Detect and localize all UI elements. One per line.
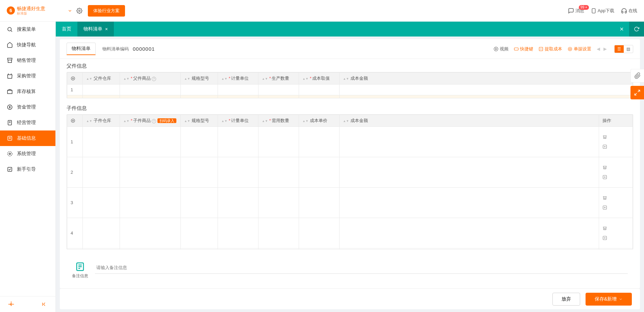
video-link[interactable]: 视频	[494, 46, 509, 52]
top-header: 6 畅捷通好生意 标准版 体验行业方案 消息 99 + App下载	[0, 0, 644, 22]
next-doc-icon[interactable]: ▶	[603, 46, 607, 51]
tab-bom[interactable]: 物料清单 ×	[77, 22, 114, 37]
sidebar-item-label: 快捷导航	[17, 42, 36, 48]
company-selector[interactable]	[68, 8, 72, 13]
prev-doc-icon[interactable]: ◀	[597, 46, 600, 51]
settings-icon[interactable]	[76, 8, 82, 14]
app-download-label: App下载	[598, 8, 614, 14]
sidebar-item-7[interactable]: 基础信息	[0, 130, 55, 146]
sidebar-settings-icon[interactable]	[8, 301, 14, 307]
save-and-new-button[interactable]: 保存&新增	[586, 293, 632, 306]
svg-marker-23	[496, 48, 497, 50]
child-col-spec[interactable]: ▲▼规格型号	[181, 115, 218, 127]
attachment-tab[interactable]	[630, 69, 644, 82]
delete-row-icon[interactable]	[602, 226, 629, 231]
parent-col-qty[interactable]: ▲▼*生产数量	[258, 73, 299, 85]
child-col-unit[interactable]: ▲▼*计量单位	[218, 115, 258, 127]
child-gear-header[interactable]	[67, 115, 83, 127]
sidebar-collapse-icon[interactable]	[41, 301, 47, 307]
doc-code-label: 物料清单编码	[102, 46, 129, 52]
svg-point-0	[79, 10, 80, 11]
child-row[interactable]: 2	[67, 157, 633, 188]
sidebar-item-label: 经营管理	[17, 120, 36, 126]
parent-col-spec[interactable]: ▲▼规格型号	[181, 73, 218, 85]
sidebar-item-4[interactable]: 库存核算	[0, 84, 55, 99]
chevron-down-icon	[619, 297, 623, 301]
tab-strip: 首页 物料清单 ×	[56, 22, 644, 37]
child-col-warehouse[interactable]: ▲▼子件仓库	[83, 115, 120, 127]
sidebar-item-6[interactable]: 经营管理	[0, 115, 55, 130]
child-col-ops: 操作	[599, 115, 633, 127]
add-row-icon[interactable]	[602, 236, 629, 240]
help-icon[interactable]: ?	[152, 119, 156, 123]
child-row[interactable]: 4	[67, 218, 633, 248]
row-number: 5	[67, 248, 83, 249]
document-tab[interactable]: 物料清单	[67, 43, 96, 55]
memo-input[interactable]	[95, 262, 628, 274]
scan-badge[interactable]: 扫码录入	[157, 118, 176, 123]
svg-point-14	[9, 153, 11, 155]
discard-button[interactable]: 放弃	[552, 293, 580, 306]
parent-col-cost-amount[interactable]: ▲▼成本金额	[340, 73, 633, 85]
messages-link[interactable]: 消息 99 +	[568, 8, 584, 14]
view-grid-icon[interactable]: ▤	[624, 45, 633, 53]
svg-point-3	[8, 27, 11, 31]
keyboard-icon	[514, 47, 519, 51]
refresh-tab-icon[interactable]	[629, 22, 644, 37]
child-col-cost-price[interactable]: ▲▼成本单价	[299, 115, 340, 127]
doc-settings-link[interactable]: 单据设置	[568, 46, 591, 52]
parent-col-warehouse[interactable]: ▲▼父件仓库	[83, 73, 120, 85]
search-icon	[7, 26, 13, 32]
parent-col-unit[interactable]: ▲▼*计量单位	[218, 73, 258, 85]
child-col-cost-amount[interactable]: ▲▼成本金额	[340, 115, 599, 127]
delete-row-icon[interactable]	[602, 165, 629, 170]
document-header: 物料清单 物料清单编码 0000001 视频 快捷键	[60, 39, 640, 59]
add-row-icon[interactable]	[602, 205, 629, 210]
doc-settings-label: 单据设置	[574, 46, 591, 52]
row-number: 1	[67, 85, 83, 95]
tab-home[interactable]: 首页	[56, 22, 77, 37]
child-row[interactable]: 5	[67, 248, 633, 249]
app-download-link[interactable]: App下载	[591, 8, 614, 14]
parent-col-cost-method[interactable]: ▲▼*成本取值	[299, 73, 340, 85]
shortcut-link[interactable]: 快捷键	[514, 46, 533, 52]
tab-close-icon[interactable]: ×	[105, 26, 108, 32]
child-row[interactable]: 3	[67, 188, 633, 218]
main-area: 首页 物料清单 × 物料清	[56, 22, 644, 312]
child-row[interactable]: 1	[67, 127, 633, 157]
child-col-qty[interactable]: ▲▼*需用数量	[258, 115, 299, 127]
view-list-icon[interactable]: ☰	[615, 45, 624, 53]
memo-label-text: 备注信息	[72, 273, 88, 279]
delete-row-icon[interactable]	[602, 195, 629, 200]
help-icon[interactable]: ?	[152, 77, 156, 81]
sidebar-item-5[interactable]: 资金管理	[0, 99, 55, 115]
add-row-icon[interactable]	[602, 144, 629, 149]
delete-row-icon[interactable]	[602, 135, 629, 139]
online-support-link[interactable]: 在线	[621, 8, 637, 14]
sidebar-item-2[interactable]: 销售管理	[0, 53, 55, 68]
parent-gear-header[interactable]	[67, 73, 83, 85]
svg-point-29	[72, 78, 74, 79]
add-row-icon[interactable]	[602, 175, 629, 179]
parent-col-product[interactable]: ▲▼*父件商品?	[120, 73, 181, 85]
child-col-product[interactable]: ▲▼*子件商品?扫码录入	[120, 115, 181, 127]
sidebar-item-0[interactable]: 搜索菜单	[0, 22, 55, 37]
sidebar-item-3[interactable]: 采购管理	[0, 68, 55, 84]
fullscreen-tab[interactable]	[630, 86, 644, 99]
sidebar-item-1[interactable]: 快捷导航	[0, 37, 55, 53]
money-icon	[7, 104, 13, 110]
parent-row[interactable]: 1	[67, 85, 633, 95]
logo: 6 畅捷通好生意 标准版	[7, 6, 57, 15]
play-icon	[494, 47, 498, 51]
close-all-tabs-icon[interactable]	[614, 22, 629, 37]
message-icon	[568, 8, 574, 14]
industry-cta-button[interactable]: 体验行业方案	[88, 5, 125, 17]
svg-point-28	[568, 47, 572, 51]
svg-line-21	[635, 93, 637, 95]
row-number: 3	[67, 188, 83, 218]
guide-icon	[7, 166, 13, 172]
sidebar-item-8[interactable]: 系统管理	[0, 146, 55, 162]
sidebar-item-9[interactable]: 新手引导	[0, 162, 55, 177]
extract-cost-link[interactable]: 提取成本	[539, 46, 562, 52]
parent-section-title: 父件信息	[60, 59, 640, 72]
